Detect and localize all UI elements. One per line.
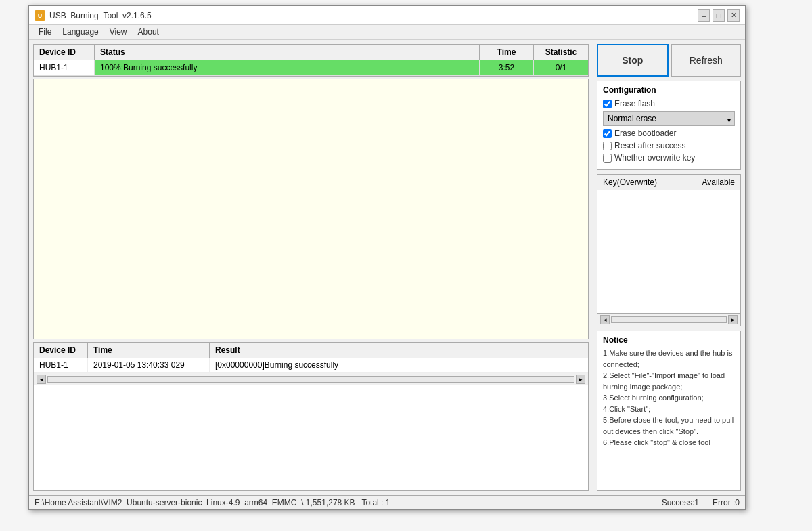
stop-button[interactable]: Stop (597, 44, 669, 77)
status-info: Success:1 Error :0 (662, 498, 740, 507)
notice-line-3: 3.Select burning configuration; (603, 394, 704, 402)
erase-bootloader-row: Erase bootloader (603, 129, 735, 138)
erase-mode-wrapper: Normal erase Full erase (603, 111, 735, 129)
menu-bar: File Language View About (29, 25, 745, 40)
log-cell-time: 2019-01-05 13:40:33 029 (88, 358, 210, 372)
title-bar-controls: – □ ✕ (698, 9, 740, 22)
overwrite-key-label: Whether overwrite key (614, 153, 695, 163)
log-scrollbar[interactable]: ◂ ▸ (34, 373, 588, 385)
menu-file[interactable]: File (33, 26, 57, 38)
app-window: U USB_Burning_Tool_v2.1.6.5 – □ ✕ File L… (28, 5, 746, 510)
table-header: Device ID Status Time Statistic (34, 45, 588, 60)
notice-line-4: 4.Click "Start"; (603, 405, 650, 413)
erase-flash-row: Erase flash (603, 99, 735, 108)
notice-content: 1.Make sure the devices and the hub is c… (603, 347, 735, 448)
scroll-track[interactable] (47, 376, 574, 383)
table-row: HUB1-1 100%:Burning successfully 3:52 0/… (34, 60, 588, 76)
key-col-key: Key(Overwrite) (603, 177, 681, 187)
cell-statistic: 0/1 (534, 60, 588, 75)
log-col-device: Device ID (34, 343, 88, 358)
scroll-left-arrow[interactable]: ◂ (37, 375, 46, 384)
log-col-time: Time (88, 343, 210, 358)
app-icon: U (35, 10, 45, 21)
menu-about[interactable]: About (133, 26, 164, 38)
status-path: E:\Home Assistant\VIM2_Ubuntu-server-bio… (35, 498, 648, 507)
notice-line-5: 5.Before close the tool, you need to pul… (603, 416, 734, 436)
log-panel: Device ID Time Result HUB1-1 2019-01-05 … (33, 342, 589, 491)
device-table: Device ID Status Time Statistic HUB1-1 1… (33, 44, 589, 77)
title-bar-left: U USB_Burning_Tool_v2.1.6.5 (35, 10, 152, 21)
cell-time: 3:52 (480, 60, 534, 75)
refresh-button[interactable]: Refresh (671, 44, 742, 77)
status-bar: E:\Home Assistant\VIM2_Ubuntu-server-bio… (29, 495, 745, 509)
notice-line-2: 2.Select "File"-"Import image" to load b… (603, 371, 725, 391)
col-time: Time (480, 45, 534, 60)
menu-view[interactable]: View (104, 26, 133, 38)
key-scroll-left-arrow[interactable]: ◂ (600, 315, 610, 324)
error-status: Error :0 (713, 498, 740, 507)
erase-bootloader-checkbox[interactable] (603, 129, 612, 138)
close-button[interactable]: ✕ (727, 9, 740, 22)
left-panel: Device ID Status Time Statistic HUB1-1 1… (29, 40, 593, 495)
overwrite-key-row: Whether overwrite key (603, 153, 735, 163)
menu-language[interactable]: Language (57, 26, 104, 38)
key-scrollbar[interactable]: ◂ ▸ (597, 313, 740, 326)
key-scroll-track[interactable] (611, 316, 727, 323)
config-title: Configuration (603, 85, 735, 95)
window-title: USB_Burning_Tool_v2.1.6.5 (49, 11, 152, 20)
reset-after-row: Reset after success (603, 141, 735, 150)
notice-title: Notice (603, 335, 735, 345)
cell-device-id: HUB1-1 (34, 60, 95, 75)
key-scroll-right-arrow[interactable]: ▸ (728, 315, 738, 324)
erase-flash-label: Erase flash (614, 99, 655, 108)
total-value: 1 (386, 498, 390, 507)
title-bar: U USB_Burning_Tool_v2.1.6.5 – □ ✕ (29, 6, 745, 25)
col-device-id: Device ID (34, 45, 95, 60)
reset-after-success-label: Reset after success (614, 141, 685, 150)
log-row: HUB1-1 2019-01-05 13:40:33 029 [0x000000… (34, 358, 588, 373)
reset-after-success-checkbox[interactable] (603, 142, 612, 150)
main-content: Device ID Status Time Statistic HUB1-1 1… (29, 40, 745, 495)
erase-bootloader-label: Erase bootloader (614, 129, 676, 138)
total-label: Total : (361, 498, 383, 507)
button-row: Stop Refresh (597, 44, 741, 77)
key-table: Key(Overwrite) Available ◂ ▸ (597, 174, 741, 326)
configuration-section: Configuration Erase flash Normal erase F… (597, 81, 741, 170)
minimize-button[interactable]: – (698, 9, 710, 22)
erase-flash-checkbox[interactable] (603, 100, 612, 108)
right-panel: Stop Refresh Configuration Erase flash N… (593, 40, 745, 495)
log-col-result: Result (210, 343, 588, 358)
notice-line-6: 6.Please click "stop" & close tool (603, 438, 710, 446)
erase-mode-select[interactable]: Normal erase Full erase (603, 111, 735, 126)
file-size: 1,551,278 KB (306, 498, 355, 507)
file-path: E:\Home Assistant\VIM2_Ubuntu-server-bio… (35, 498, 304, 507)
scroll-right-arrow[interactable]: ▸ (576, 375, 585, 384)
col-status: Status (95, 45, 480, 60)
log-cell-device: HUB1-1 (34, 358, 88, 372)
key-table-body (597, 190, 740, 313)
key-col-available: Available (681, 177, 735, 187)
col-statistic: Statistic (534, 45, 588, 60)
log-header: Device ID Time Result (34, 343, 588, 358)
overwrite-key-checkbox[interactable] (603, 154, 612, 163)
maximize-button[interactable]: □ (713, 9, 725, 22)
table-empty-area (33, 79, 589, 339)
success-status: Success:1 (662, 498, 699, 507)
key-table-header: Key(Overwrite) Available (597, 175, 740, 190)
log-cell-result: [0x00000000]Burning successfully (210, 358, 588, 372)
cell-status: 100%:Burning successfully (95, 60, 480, 75)
notice-section: Notice 1.Make sure the devices and the h… (597, 331, 741, 491)
notice-line-1: 1.Make sure the devices and the hub is c… (603, 349, 732, 368)
